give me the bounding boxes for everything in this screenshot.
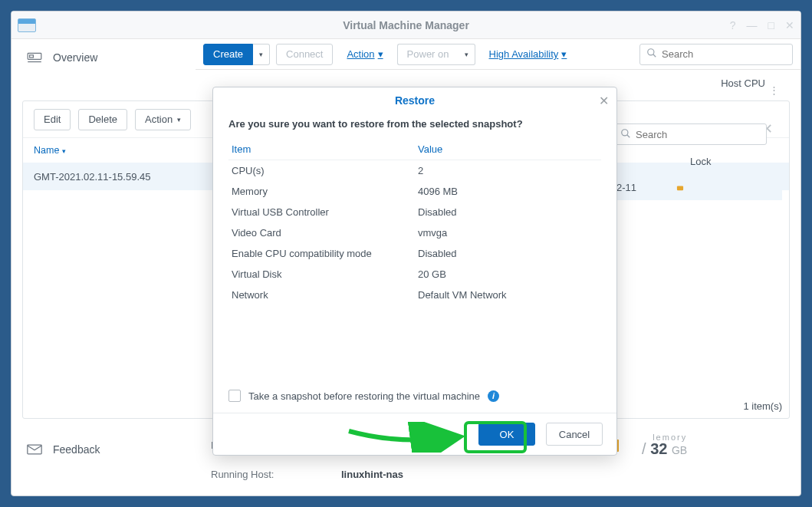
high-availability-menu[interactable]: High Availability▾ bbox=[482, 48, 575, 60]
panel-search[interactable] bbox=[613, 123, 767, 145]
title-bar: Virtual Machine Manager ? — □ ✕ bbox=[12, 12, 800, 39]
ok-button[interactable]: OK bbox=[478, 423, 535, 446]
column-item: Item bbox=[228, 139, 415, 160]
dialog-footer: OK Cancel bbox=[213, 413, 616, 455]
column-name[interactable]: Name ▾ bbox=[34, 145, 66, 156]
svg-rect-8 bbox=[677, 186, 683, 190]
table-row: Virtual USB ControllerDisabled bbox=[228, 202, 601, 222]
property-value: Default VM Network bbox=[415, 285, 601, 305]
svg-line-1 bbox=[653, 54, 656, 58]
help-icon[interactable]: ? bbox=[730, 19, 736, 31]
power-on-group: Power on ▾ bbox=[397, 44, 475, 65]
items-count: 1 item(s) bbox=[743, 400, 782, 412]
table-row: Virtual Disk20 GB bbox=[228, 264, 601, 285]
edit-button[interactable]: Edit bbox=[34, 109, 71, 130]
create-caret[interactable]: ▾ bbox=[253, 44, 270, 65]
property-item: Video Card bbox=[228, 222, 415, 243]
svg-point-0 bbox=[648, 49, 654, 55]
chevron-down-icon: ▾ bbox=[177, 116, 181, 123]
panel-action-menu[interactable]: Action ▾ bbox=[135, 109, 191, 130]
search-icon bbox=[646, 48, 657, 61]
power-on-caret[interactable]: ▾ bbox=[459, 44, 475, 65]
chevron-down-icon: ▾ bbox=[378, 48, 383, 60]
overflow-menu-icon[interactable]: ⋮ bbox=[769, 84, 779, 96]
right-panel: Lock 2-11 bbox=[613, 123, 782, 200]
svg-rect-5 bbox=[28, 445, 41, 454]
delete-button[interactable]: Delete bbox=[78, 109, 127, 130]
sidebar-item-label: Overview bbox=[53, 51, 97, 64]
create-button-group: Create ▾ bbox=[203, 44, 270, 65]
main-toolbar: Create ▾ Connect Action▾ Power on ▾ High… bbox=[196, 39, 800, 70]
table-row: NetworkDefault VM Network bbox=[228, 285, 601, 305]
minimize-icon[interactable]: — bbox=[747, 19, 758, 31]
svg-rect-3 bbox=[30, 55, 34, 58]
property-item: Virtual USB Controller bbox=[228, 202, 415, 222]
running-host-value: linuxhint-nas bbox=[341, 469, 593, 480]
checkbox-label: Take a snapshot before restoring the vir… bbox=[248, 390, 480, 402]
svg-point-6 bbox=[622, 129, 628, 135]
table-row: Video Cardvmvga bbox=[228, 222, 601, 243]
panel-search-input[interactable] bbox=[636, 129, 764, 140]
property-item: Network bbox=[228, 285, 415, 305]
property-item: CPU(s) bbox=[228, 160, 415, 182]
power-on-button[interactable]: Power on bbox=[397, 44, 459, 65]
property-value: 20 GB bbox=[415, 264, 601, 285]
app-title: Virtual Machine Manager bbox=[343, 19, 469, 31]
table-row: Memory4096 MB bbox=[228, 181, 601, 202]
restore-dialog: Restore ✕ Are you sure you want to resto… bbox=[212, 87, 617, 456]
snapshot-name: GMT-2021.02.11-15.59.45 bbox=[34, 171, 151, 183]
table-row: Enable CPU compatibility modeDisabled bbox=[228, 243, 601, 264]
cancel-button[interactable]: Cancel bbox=[546, 423, 603, 446]
lock-icon bbox=[675, 181, 685, 194]
property-value: vmvga bbox=[415, 222, 601, 243]
column-lock[interactable]: Lock bbox=[690, 156, 782, 167]
dialog-question: Are you sure you want to restore from th… bbox=[228, 118, 601, 130]
row-date-fragment: 2-11 bbox=[616, 182, 636, 193]
window-controls: ? — □ ✕ bbox=[730, 19, 794, 31]
close-window-icon[interactable]: ✕ bbox=[785, 19, 794, 31]
dialog-title: Restore bbox=[395, 94, 435, 107]
toolbar-search[interactable] bbox=[639, 44, 793, 65]
dialog-body: Are you sure you want to restore from th… bbox=[213, 114, 616, 413]
property-item: Memory bbox=[228, 181, 415, 202]
svg-line-7 bbox=[627, 134, 630, 137]
snapshot-properties-table: Item Value CPU(s)2Memory4096 MBVirtual U… bbox=[228, 139, 601, 305]
app-icon bbox=[18, 18, 36, 32]
mail-icon bbox=[27, 444, 42, 455]
info-icon[interactable]: i bbox=[488, 390, 499, 402]
dialog-title-bar: Restore ✕ bbox=[213, 87, 616, 114]
table-row: CPU(s)2 bbox=[228, 160, 601, 182]
memory-stat: lemory / 32 GB bbox=[642, 433, 687, 458]
dialog-close-icon[interactable]: ✕ bbox=[599, 94, 609, 108]
sidebar-item-overview[interactable]: Overview bbox=[12, 42, 196, 73]
connect-button[interactable]: Connect bbox=[276, 44, 333, 65]
property-value: Disabled bbox=[415, 243, 601, 264]
host-cpu-label: Host CPU bbox=[721, 77, 765, 89]
take-snapshot-checkbox[interactable] bbox=[228, 390, 241, 402]
list-item[interactable]: 2-11 bbox=[613, 175, 782, 200]
take-snapshot-option: Take a snapshot before restoring the vir… bbox=[228, 390, 601, 402]
maximize-icon[interactable]: □ bbox=[768, 19, 774, 31]
chevron-down-icon: ▾ bbox=[561, 48, 567, 60]
search-icon bbox=[620, 128, 631, 141]
sidebar-item-feedback[interactable]: Feedback bbox=[12, 434, 196, 465]
property-item: Virtual Disk bbox=[228, 264, 415, 285]
running-host-label: Running Host: bbox=[211, 469, 341, 480]
sort-caret-icon: ▾ bbox=[62, 147, 66, 155]
property-value: Disabled bbox=[415, 202, 601, 222]
app-window: Virtual Machine Manager ? — □ ✕ Create ▾… bbox=[11, 11, 801, 496]
toolbar-search-input[interactable] bbox=[662, 48, 791, 60]
heartbeat-cell: lemory / 32 GB bbox=[593, 433, 770, 458]
property-item: Enable CPU compatibility mode bbox=[228, 243, 415, 264]
action-menu[interactable]: Action▾ bbox=[339, 48, 390, 60]
create-button[interactable]: Create bbox=[203, 44, 253, 65]
property-value: 4096 MB bbox=[415, 181, 601, 202]
overview-icon bbox=[27, 51, 42, 64]
sidebar-item-label: Feedback bbox=[53, 443, 100, 456]
column-value: Value bbox=[415, 139, 601, 160]
property-value: 2 bbox=[415, 160, 601, 182]
